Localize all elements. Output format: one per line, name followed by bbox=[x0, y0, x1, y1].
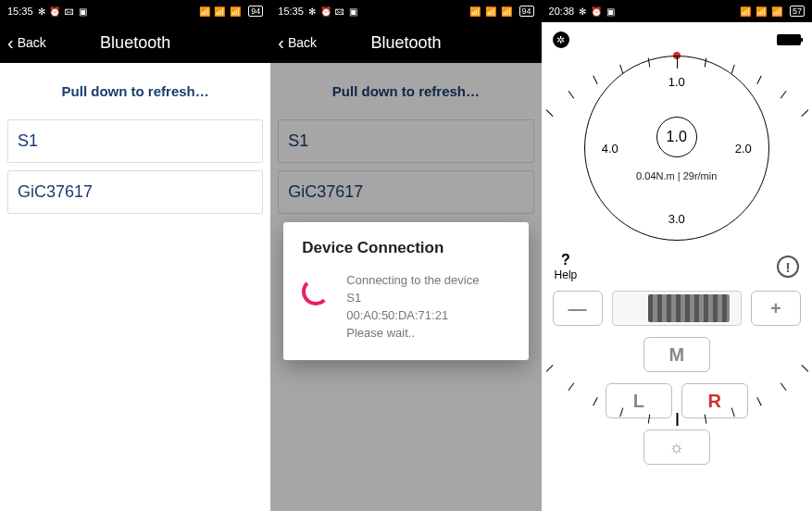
status-time: 15:35 bbox=[7, 6, 33, 17]
bluetooth-icon: ✲ bbox=[553, 31, 569, 48]
direction-l-button[interactable]: L bbox=[606, 383, 672, 418]
torque-gauge: 1.0 2.0 3.0 4.0 1.0 0.04N.m | 29r/min bbox=[584, 56, 769, 241]
pull-refresh-hint: Pull down to refresh… bbox=[278, 83, 533, 99]
chevron-left-icon: ‹ bbox=[278, 33, 284, 52]
gear-icon: ☼ bbox=[668, 438, 684, 457]
status-icons-left: ✻ ⏰ 🖂 ▣ bbox=[38, 6, 88, 17]
status-bar: 15:35 ✻ ⏰ 🖂 ▣ 📶 📶 📶 94 bbox=[0, 0, 270, 22]
status-icons-right: 📶 📶 📶 bbox=[469, 6, 513, 17]
device-list-item[interactable]: S1 bbox=[278, 119, 533, 163]
battery-indicator: 94 bbox=[519, 6, 534, 17]
back-label: Back bbox=[288, 35, 317, 50]
slider-handle[interactable] bbox=[648, 294, 730, 322]
back-button[interactable]: ‹ Back bbox=[278, 33, 317, 52]
status-icons-left: ✻ ⏰ 🖂 ▣ bbox=[308, 6, 358, 17]
direction-r-button[interactable]: R bbox=[681, 383, 748, 418]
gauge-label-2: 2.0 bbox=[735, 142, 752, 156]
status-icons-right: 📶 📶 📶 bbox=[740, 6, 783, 17]
help-button[interactable]: ? Help bbox=[555, 252, 578, 281]
help-icon: ? bbox=[555, 252, 578, 268]
battery-indicator: 94 bbox=[248, 6, 263, 17]
minus-button[interactable]: — bbox=[553, 291, 603, 326]
status-bar: 20:38 ✻ ⏰ ▣ 📶 📶 📶 57 bbox=[542, 0, 812, 22]
device-list-item[interactable]: GiC37617 bbox=[7, 170, 263, 214]
connection-dialog: Device Connection Connecting to the devi… bbox=[283, 222, 528, 360]
gauge-label-1: 1.0 bbox=[668, 75, 685, 89]
status-time: 15:35 bbox=[278, 6, 304, 17]
page-title: Bluetooth bbox=[370, 33, 441, 53]
page-title: Bluetooth bbox=[100, 33, 170, 53]
back-button[interactable]: ‹ Back bbox=[7, 33, 46, 52]
status-bar: 15:35 ✻ ⏰ 🖂 ▣ 📶 📶 📶 94 bbox=[270, 0, 541, 22]
back-label: Back bbox=[18, 35, 46, 50]
warning-icon[interactable]: ! bbox=[777, 256, 799, 278]
pull-refresh-hint: Pull down to refresh… bbox=[7, 83, 263, 99]
gauge-center-value: 1.0 bbox=[656, 117, 697, 157]
mode-m-button[interactable]: M bbox=[643, 337, 710, 372]
status-icons-right: 📶 📶 📶 bbox=[199, 6, 243, 17]
battery-indicator: 57 bbox=[790, 6, 805, 17]
spinner-icon bbox=[302, 278, 330, 305]
nav-bar: ‹ Back Bluetooth bbox=[0, 22, 270, 63]
settings-button[interactable]: ☼ bbox=[643, 430, 710, 465]
gauge-label-4: 4.0 bbox=[602, 142, 618, 156]
gauge-reading: 0.04N.m | 29r/min bbox=[636, 170, 717, 181]
chevron-left-icon: ‹ bbox=[7, 33, 14, 52]
gauge-label-3: 3.0 bbox=[668, 212, 685, 226]
device-list-item[interactable]: S1 bbox=[7, 119, 263, 163]
status-time: 20:38 bbox=[549, 6, 575, 17]
nav-bar: ‹ Back Bluetooth bbox=[270, 22, 541, 63]
plus-button[interactable]: + bbox=[751, 291, 801, 326]
status-icons-left: ✻ ⏰ ▣ bbox=[579, 6, 616, 17]
device-list-item[interactable]: GiC37617 bbox=[278, 170, 533, 214]
help-label: Help bbox=[555, 268, 578, 281]
torque-slider[interactable] bbox=[612, 291, 742, 326]
dialog-title: Device Connection bbox=[302, 239, 509, 257]
battery-full-icon bbox=[777, 34, 801, 45]
dialog-message: Connecting to the device S1 00:A0:50:DA:… bbox=[346, 272, 479, 342]
